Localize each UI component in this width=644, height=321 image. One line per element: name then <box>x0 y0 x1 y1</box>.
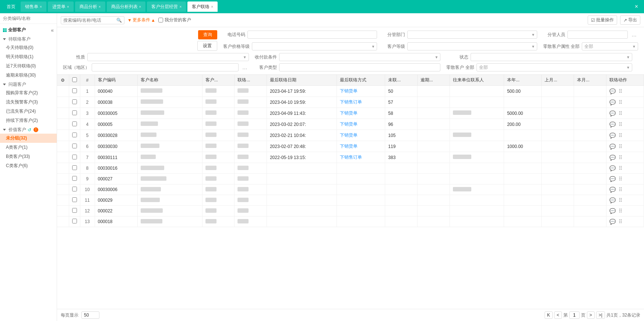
page-number-input[interactable] <box>569 311 580 319</box>
tab-product-analysis[interactable]: 商品分析 × <box>75 1 105 12</box>
sidebar-group-pending[interactable]: 待联络客户 <box>0 35 57 43</box>
row-last-contact-way[interactable]: 下销货单 <box>337 141 385 152</box>
th-no-contact[interactable]: 未联... <box>385 75 418 86</box>
export-button[interactable]: ↗ 导出 <box>620 15 640 25</box>
message-icon[interactable]: 💬 <box>609 144 616 149</box>
page-size-select[interactable]: 20 50 100 <box>81 311 99 319</box>
message-icon[interactable]: 💬 <box>609 155 616 160</box>
row-checkbox[interactable] <box>72 165 77 170</box>
qr-icon[interactable]: ⠿ <box>619 165 622 171</box>
select-all-checkbox[interactable] <box>72 77 77 82</box>
batch-operation-button[interactable]: ☑ 批量操作 <box>588 15 617 25</box>
tab-product-analysis-list[interactable]: 商品分析列表 × <box>107 1 146 12</box>
row-check[interactable] <box>69 86 80 97</box>
row-check[interactable] <box>69 152 80 163</box>
sidebar-group-value[interactable]: 价值客户 ↺ ! <box>0 125 57 134</box>
row-last-contact-way[interactable] <box>337 163 385 174</box>
search-input[interactable] <box>63 18 115 23</box>
row-last-contact-way[interactable]: 下销货单 <box>337 130 385 141</box>
th-check[interactable] <box>69 75 80 86</box>
row-checkbox[interactable] <box>72 144 77 148</box>
all-customers-header[interactable]: 全部客户 « <box>0 24 57 35</box>
first-page-button[interactable]: K <box>545 311 553 319</box>
region-input[interactable] <box>92 63 239 71</box>
row-check[interactable] <box>69 108 80 119</box>
my-customers-checkbox[interactable] <box>158 18 163 22</box>
contact-way-link[interactable]: 下销售订单 <box>340 155 362 160</box>
price-level-select[interactable] <box>252 42 377 50</box>
row-last-contact-way[interactable] <box>337 216 385 227</box>
close-purchase-order-tab[interactable]: × <box>67 5 69 9</box>
contact-way-link[interactable]: 下销货单 <box>340 121 358 127</box>
sidebar-search-input[interactable] <box>3 16 57 21</box>
contact-way-link[interactable]: 下销货单 <box>340 88 358 94</box>
message-icon[interactable]: 💬 <box>609 133 616 138</box>
th-gear[interactable]: ⚙ <box>57 75 69 86</box>
message-icon[interactable]: 💬 <box>609 219 616 225</box>
th-last-month[interactable]: 上月... <box>542 75 574 86</box>
row-checkbox[interactable] <box>72 176 77 181</box>
row-check[interactable] <box>69 163 80 174</box>
row-last-contact-way[interactable] <box>337 174 385 184</box>
sidebar-item-today-pending[interactable]: 今天待联络(0) <box>0 43 57 52</box>
close-sales-order-tab[interactable]: × <box>40 5 42 9</box>
row-last-contact-way[interactable] <box>337 206 385 216</box>
sidebar-item-overdue-pending[interactable]: 逾期未联络(30) <box>0 71 57 80</box>
close-customer-segment-tab[interactable]: × <box>179 5 182 9</box>
qr-icon[interactable]: ⠿ <box>619 197 622 203</box>
message-icon[interactable]: 💬 <box>609 88 616 94</box>
sidebar-item-class-a[interactable]: A类客户(1) <box>0 143 57 152</box>
sidebar-item-declining[interactable]: 持续下滑客户(2) <box>0 116 57 125</box>
row-check[interactable] <box>69 97 80 108</box>
th-last-contact-way[interactable]: 最后联络方式 <box>337 75 385 86</box>
qr-icon[interactable]: ⠿ <box>619 88 622 94</box>
qr-icon[interactable]: ⠿ <box>619 99 622 105</box>
sidebar-group-problem[interactable]: 问题客户 <box>0 80 57 88</box>
customer-type-input[interactable] <box>279 63 441 71</box>
search-button[interactable]: 查询 <box>198 30 217 39</box>
more-conditions-button[interactable]: ▼ 更多条件 ▲ <box>127 17 155 23</box>
home-tab[interactable]: 首页 <box>3 1 19 12</box>
row-checkbox[interactable] <box>72 208 77 213</box>
sidebar-item-churn-warning[interactable]: 流失预警客户(3) <box>0 98 57 107</box>
qr-icon[interactable]: ⠿ <box>619 133 622 138</box>
row-last-contact-way[interactable] <box>337 184 385 195</box>
th-unit-contact[interactable]: 往来单位联系人 <box>450 75 504 86</box>
search-icon[interactable]: 🔍 <box>116 18 122 23</box>
qr-icon[interactable]: ⠿ <box>619 176 622 182</box>
sidebar-item-week-pending[interactable]: 近7天待联络(0) <box>0 61 57 71</box>
row-check[interactable] <box>69 141 80 152</box>
contact-way-link[interactable]: 下销售订单 <box>340 99 362 105</box>
tab-purchase-order[interactable]: 进货单 × <box>48 1 74 12</box>
row-last-contact-way[interactable] <box>337 195 385 206</box>
retail-select[interactable]: 全部 <box>476 63 632 71</box>
close-all-button[interactable]: × <box>632 3 641 10</box>
manager-input[interactable] <box>567 31 628 39</box>
row-checkbox[interactable] <box>72 155 77 159</box>
message-icon[interactable]: 💬 <box>609 197 616 203</box>
row-checkbox[interactable] <box>72 219 77 223</box>
status-select[interactable] <box>471 53 632 61</box>
row-check[interactable] <box>69 119 80 130</box>
th-last-contact-date[interactable]: 最后联络日期 <box>267 75 337 86</box>
th-customer-type[interactable]: 客户... <box>202 75 235 86</box>
row-check[interactable] <box>69 184 80 195</box>
retail-attr-select[interactable]: 全部 <box>582 42 638 50</box>
prev-page-button[interactable]: < <box>554 311 562 319</box>
th-this-year[interactable]: 本年... <box>504 75 542 86</box>
qr-icon[interactable]: ⠿ <box>619 219 622 225</box>
payment-select[interactable] <box>279 53 441 61</box>
message-icon[interactable]: 💬 <box>609 99 616 105</box>
contact-way-link[interactable]: 下销货单 <box>340 110 358 116</box>
qr-icon[interactable]: ⠿ <box>619 144 622 149</box>
th-overdue[interactable]: 逾期... <box>417 75 450 86</box>
tab-sales-order[interactable]: 销售单 × <box>21 1 46 12</box>
qr-icon[interactable]: ⠿ <box>619 110 622 116</box>
qr-icon[interactable]: ⠿ <box>619 187 622 193</box>
region-dots-button[interactable]: … <box>241 64 249 70</box>
row-last-contact-way[interactable]: 下销货单 <box>337 108 385 119</box>
row-checkbox[interactable] <box>72 110 77 115</box>
row-check[interactable] <box>69 216 80 227</box>
qr-icon[interactable]: ⠿ <box>619 208 622 214</box>
row-last-contact-way[interactable]: 下销售订单 <box>337 97 385 108</box>
